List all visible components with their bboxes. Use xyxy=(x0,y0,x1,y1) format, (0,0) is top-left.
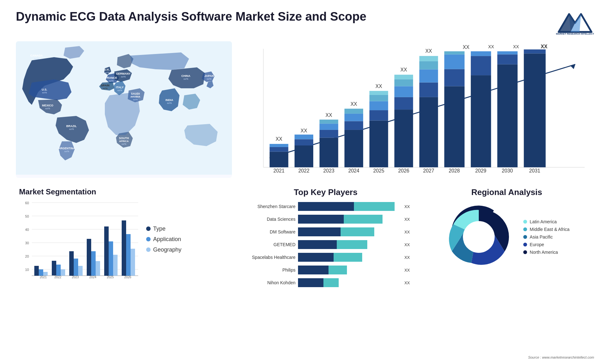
player-bar-light xyxy=(341,227,374,236)
svg-rect-64 xyxy=(369,110,388,120)
svg-rect-53 xyxy=(320,124,338,130)
svg-rect-78 xyxy=(419,83,438,97)
segmentation-title: Market Segmentation xyxy=(19,187,229,196)
map-section: CANADA xx% U.S. xx% MEXICO xx% BRAZIL xx… xyxy=(16,41,232,178)
legend-dot-latin-america xyxy=(523,220,527,224)
svg-text:XX: XX xyxy=(376,84,382,89)
svg-text:INDIA: INDIA xyxy=(166,98,173,102)
svg-rect-118 xyxy=(39,269,43,276)
player-bar-light xyxy=(329,266,347,274)
svg-rect-54 xyxy=(320,120,338,124)
player-bar-dark xyxy=(298,202,354,211)
player-bar-dark xyxy=(298,253,334,262)
regional-legend: Latin America Middle East & Africa Asia … xyxy=(523,219,569,255)
player-bar xyxy=(298,240,400,249)
svg-text:GERMANY: GERMANY xyxy=(116,72,131,75)
svg-rect-66 xyxy=(369,95,388,101)
svg-text:XX: XX xyxy=(276,136,282,142)
legend-dot-geography xyxy=(146,247,151,252)
svg-text:xx%: xx% xyxy=(117,89,122,92)
svg-rect-123 xyxy=(61,269,65,276)
legend-latin-america: Latin America xyxy=(523,219,569,224)
page-title: Dynamic ECG Data Analysis Software Marke… xyxy=(16,10,366,24)
player-name: Shenzhen Starcare xyxy=(241,204,295,209)
svg-rect-95 xyxy=(497,64,518,167)
svg-rect-121 xyxy=(52,261,56,275)
svg-text:20: 20 xyxy=(25,254,29,258)
legend-dot-europe xyxy=(523,243,527,246)
svg-rect-84 xyxy=(444,86,464,167)
svg-rect-63 xyxy=(369,120,388,167)
svg-text:2031: 2031 xyxy=(529,168,540,173)
svg-rect-101 xyxy=(524,50,546,54)
svg-text:ARGENTINA: ARGENTINA xyxy=(58,147,75,150)
svg-rect-117 xyxy=(34,266,39,276)
svg-text:XX: XX xyxy=(488,44,494,49)
svg-text:2026: 2026 xyxy=(398,168,409,173)
legend-dot-mea xyxy=(523,227,527,231)
legend-label-north-america: North America xyxy=(530,250,558,255)
svg-rect-59 xyxy=(344,114,363,121)
regional-chart-area: Latin America Middle East & Africa Asia … xyxy=(444,202,569,272)
svg-text:FRANCE: FRANCE xyxy=(105,76,117,79)
svg-text:SPAIN: SPAIN xyxy=(101,84,110,87)
player-bar-dark xyxy=(298,240,337,249)
svg-text:XX: XX xyxy=(326,112,332,118)
player-bar-light xyxy=(344,215,383,224)
svg-rect-135 xyxy=(113,255,118,276)
svg-rect-129 xyxy=(87,239,91,276)
source-text: Source : www.marketresearchintellect.com xyxy=(528,355,594,359)
svg-rect-72 xyxy=(394,86,413,97)
player-row: DM Software XX xyxy=(241,227,410,236)
player-row: Spacelabs Healthcare XX xyxy=(241,253,410,262)
svg-rect-126 xyxy=(74,259,78,276)
player-bar-light xyxy=(354,202,395,211)
header: Dynamic ECG Data Analysis Software Marke… xyxy=(16,10,594,35)
regional-title: Regional Analysis xyxy=(471,187,542,197)
svg-text:xx%: xx% xyxy=(109,79,113,82)
svg-text:BRAZIL: BRAZIL xyxy=(66,125,77,128)
svg-text:2022: 2022 xyxy=(298,168,309,173)
player-row: GETEMED XX xyxy=(241,240,410,249)
svg-rect-127 xyxy=(78,266,83,276)
svg-text:XX: XX xyxy=(350,101,357,107)
svg-text:2030: 2030 xyxy=(502,168,513,173)
svg-text:2021: 2021 xyxy=(40,275,47,279)
player-bar-dark xyxy=(298,227,341,236)
svg-text:2025: 2025 xyxy=(373,168,384,173)
svg-text:xx%: xx% xyxy=(121,75,125,78)
svg-rect-81 xyxy=(419,56,438,61)
svg-text:CANADA: CANADA xyxy=(30,54,43,57)
svg-rect-91 xyxy=(471,56,491,75)
svg-text:xx%: xx% xyxy=(121,143,126,145)
legend-dot-type xyxy=(146,226,151,231)
svg-rect-96 xyxy=(497,54,518,64)
svg-text:xx%: xx% xyxy=(45,107,50,110)
svg-text:JAPAN: JAPAN xyxy=(204,74,214,78)
player-value: XX xyxy=(404,255,410,260)
world-map-svg: CANADA xx% U.S. xx% MEXICO xx% BRAZIL xx… xyxy=(16,41,232,175)
regional-section: Regional Analysis xyxy=(419,184,594,358)
svg-rect-131 xyxy=(96,261,100,276)
svg-rect-134 xyxy=(109,241,113,276)
svg-text:2023: 2023 xyxy=(72,275,79,279)
svg-text:2024: 2024 xyxy=(348,168,359,173)
svg-text:xx%: xx% xyxy=(183,78,188,80)
svg-rect-41 xyxy=(270,152,288,167)
logo: MARKET RESEARCH INTELLECT xyxy=(556,10,594,35)
legend-geography: Geography xyxy=(146,246,181,253)
svg-rect-100 xyxy=(524,53,546,167)
svg-text:xx%: xx% xyxy=(207,78,211,80)
player-bar-light xyxy=(334,253,362,262)
player-value: XX xyxy=(404,242,410,247)
bottom-right: Top Key Players Shenzhen Starcare XX Dat… xyxy=(238,184,594,358)
svg-rect-77 xyxy=(419,97,438,167)
svg-text:XX: XX xyxy=(400,67,407,72)
svg-rect-67 xyxy=(369,91,388,95)
player-name: GETEMED xyxy=(241,242,295,247)
legend-application: Application xyxy=(146,236,181,243)
player-value: XX xyxy=(404,217,410,222)
svg-rect-58 xyxy=(344,121,363,130)
svg-text:AFRICA: AFRICA xyxy=(119,140,129,143)
player-row: Data Sciences XX xyxy=(241,215,410,224)
